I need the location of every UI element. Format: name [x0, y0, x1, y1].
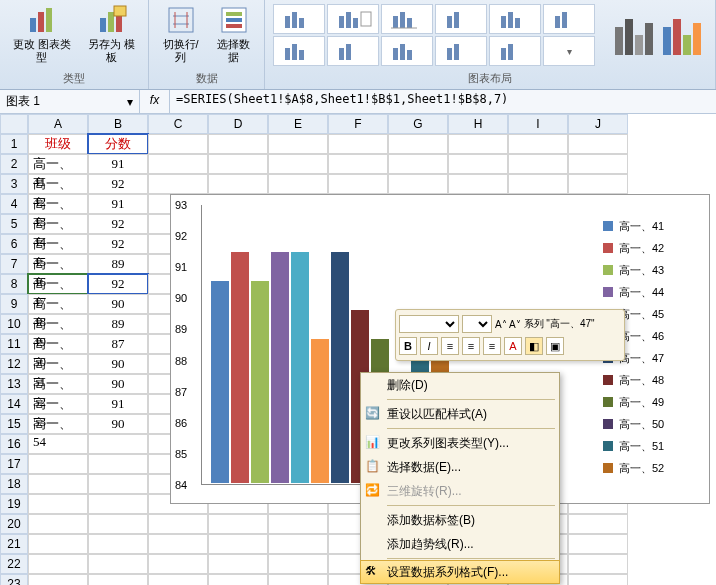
save-template-button[interactable]: 另存为 模板: [81, 2, 142, 66]
row-header[interactable]: 17: [0, 454, 28, 474]
cell[interactable]: 高一、52: [28, 374, 88, 394]
cell[interactable]: [88, 574, 148, 585]
select-data-button[interactable]: 选择数据: [210, 2, 258, 66]
chart-layout-gallery[interactable]: ▾: [271, 2, 597, 68]
cell[interactable]: [88, 494, 148, 514]
row-header[interactable]: 18: [0, 474, 28, 494]
cell[interactable]: [28, 434, 88, 454]
column-header[interactable]: C: [148, 114, 208, 134]
fill-color-button[interactable]: ◧: [525, 337, 543, 355]
cell[interactable]: 91: [88, 394, 148, 414]
cell[interactable]: [508, 174, 568, 194]
cell[interactable]: [28, 534, 88, 554]
column-header[interactable]: F: [328, 114, 388, 134]
legend-item[interactable]: 高一、43: [603, 259, 703, 281]
row-header[interactable]: 12: [0, 354, 28, 374]
row-header[interactable]: 6: [0, 234, 28, 254]
menu-reset-style[interactable]: 🔄重设以匹配样式(A): [361, 402, 559, 426]
cell[interactable]: 90: [88, 354, 148, 374]
column-header[interactable]: G: [388, 114, 448, 134]
cell[interactable]: 91: [88, 154, 148, 174]
align-center-button[interactable]: ≡: [462, 337, 480, 355]
row-header[interactable]: 8: [0, 274, 28, 294]
column-header[interactable]: E: [268, 114, 328, 134]
cell[interactable]: [28, 474, 88, 494]
font-select[interactable]: [399, 315, 459, 333]
cell[interactable]: [388, 174, 448, 194]
row-header[interactable]: 16: [0, 434, 28, 454]
layout-option[interactable]: [273, 36, 325, 66]
cell[interactable]: [208, 574, 268, 585]
legend-item[interactable]: 高一、41: [603, 215, 703, 237]
bold-button[interactable]: B: [399, 337, 417, 355]
cell[interactable]: [568, 574, 628, 585]
cell[interactable]: [568, 514, 628, 534]
cell[interactable]: 班级: [28, 134, 88, 154]
cell[interactable]: 高一、45: [28, 234, 88, 254]
cell[interactable]: [268, 134, 328, 154]
chart-bar[interactable]: [271, 252, 289, 483]
cell[interactable]: [328, 134, 388, 154]
cell[interactable]: [268, 514, 328, 534]
change-chart-type-button[interactable]: 更改 图表类型: [6, 2, 77, 66]
row-header[interactable]: 9: [0, 294, 28, 314]
cell[interactable]: [148, 554, 208, 574]
row-header[interactable]: 15: [0, 414, 28, 434]
legend-item[interactable]: 高一、52: [603, 457, 703, 479]
cell[interactable]: [28, 454, 88, 474]
column-header[interactable]: D: [208, 114, 268, 134]
chart-bar[interactable]: [231, 252, 249, 483]
layout-option[interactable]: [543, 4, 595, 34]
cell[interactable]: 高一、51: [28, 354, 88, 374]
row-header[interactable]: 3: [0, 174, 28, 194]
cell[interactable]: [268, 574, 328, 585]
row-header[interactable]: 14: [0, 394, 28, 414]
select-all-corner[interactable]: [0, 114, 28, 134]
column-header[interactable]: A: [28, 114, 88, 134]
cell[interactable]: [148, 134, 208, 154]
layout-option[interactable]: [489, 36, 541, 66]
cell[interactable]: 高一、43: [28, 194, 88, 214]
row-header[interactable]: 13: [0, 374, 28, 394]
cell[interactable]: 90: [88, 374, 148, 394]
cell[interactable]: [388, 154, 448, 174]
chart-bar[interactable]: [311, 339, 329, 483]
menu-select-data[interactable]: 📋选择数据(E)...: [361, 455, 559, 479]
legend-item[interactable]: 高一、50: [603, 413, 703, 435]
align-left-button[interactable]: ≡: [441, 337, 459, 355]
cell[interactable]: [148, 514, 208, 534]
cell[interactable]: [148, 154, 208, 174]
cell[interactable]: [508, 134, 568, 154]
cell[interactable]: [88, 454, 148, 474]
cell[interactable]: [508, 154, 568, 174]
layout-option[interactable]: [327, 36, 379, 66]
chart-bar[interactable]: [331, 252, 349, 483]
chart-bar[interactable]: [291, 252, 309, 483]
cell[interactable]: 高一、46: [28, 254, 88, 274]
layout-option[interactable]: [435, 4, 487, 34]
size-select[interactable]: [462, 315, 492, 333]
cell[interactable]: 90: [88, 294, 148, 314]
cell[interactable]: [448, 174, 508, 194]
legend-item[interactable]: 高一、44: [603, 281, 703, 303]
cell[interactable]: [208, 154, 268, 174]
italic-button[interactable]: I: [420, 337, 438, 355]
row-header[interactable]: 2: [0, 154, 28, 174]
cell[interactable]: 90: [88, 414, 148, 434]
column-header[interactable]: H: [448, 114, 508, 134]
cell[interactable]: 89: [88, 254, 148, 274]
cell[interactable]: [88, 554, 148, 574]
outline-button[interactable]: ▣: [546, 337, 564, 355]
cell[interactable]: [28, 554, 88, 574]
align-right-button[interactable]: ≡: [483, 337, 501, 355]
cell[interactable]: 91: [88, 194, 148, 214]
chart-bar[interactable]: [251, 281, 269, 483]
layout-option[interactable]: [381, 4, 433, 34]
cell[interactable]: [328, 174, 388, 194]
cell[interactable]: [568, 174, 628, 194]
layout-option[interactable]: [489, 4, 541, 34]
layout-option[interactable]: [273, 4, 325, 34]
cell[interactable]: 高一、48: [28, 294, 88, 314]
row-header[interactable]: 1: [0, 134, 28, 154]
cell[interactable]: [148, 174, 208, 194]
